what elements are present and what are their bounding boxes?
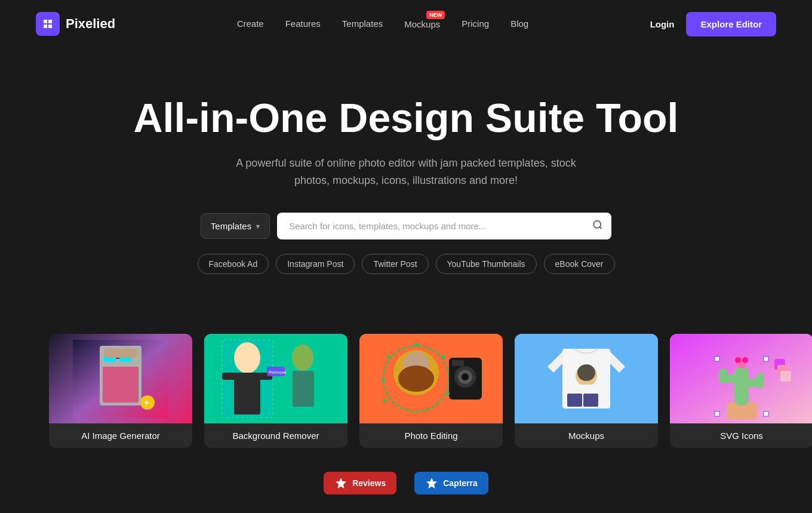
nav-mockups-wrap: Mockups NEW	[404, 19, 440, 29]
tag-facebook-ad[interactable]: Facebook Ad	[198, 254, 269, 274]
logo-icon	[36, 12, 60, 36]
search-category-label: Templates	[211, 221, 251, 231]
svg-rect-9	[103, 367, 139, 403]
card-svg-icons[interactable]: SVG Icons	[670, 334, 812, 448]
logo-text: Pixelied	[66, 16, 115, 32]
card-bg-label: Background Remover	[204, 423, 347, 448]
svg-point-54	[742, 357, 748, 363]
navbar: Pixelied Create Features Templates Mocku…	[0, 0, 812, 48]
svg-rect-57	[715, 411, 719, 416]
card-ai-visual: ✦	[73, 340, 168, 417]
card-photo-label: Photo Editing	[359, 423, 503, 448]
nav-mockups[interactable]: Mockups	[404, 19, 440, 29]
tags-row: Facebook Ad Instagram Post Twitter Post …	[12, 254, 800, 274]
card-photo-image	[359, 334, 503, 423]
tag-twitter-post[interactable]: Twitter Post	[362, 254, 428, 274]
svg-rect-43	[567, 394, 582, 407]
card-svg-label: SVG Icons	[670, 423, 812, 448]
svg-rect-47	[734, 367, 749, 406]
card-ai-image-generator[interactable]: ✦ AI Image Generator	[49, 334, 192, 448]
svg-point-35	[382, 379, 385, 382]
nav-templates[interactable]: Templates	[342, 19, 383, 29]
svg-rect-8	[104, 349, 137, 358]
footer-badges: Reviews Capterra	[0, 448, 812, 506]
search-icon	[592, 219, 603, 230]
svg-text:✦: ✦	[143, 398, 150, 407]
hero-subtitle: A powerful suite of online photo editor …	[221, 155, 591, 189]
tag-youtube-thumbnails[interactable]: YouTube Thumbnails	[436, 254, 537, 274]
svg-rect-56	[764, 357, 768, 361]
capterra-icon	[425, 477, 438, 490]
card-svg-visual	[670, 334, 812, 423]
feature-cards-row: ✦ AI Image Generator Remove	[0, 334, 812, 448]
svg-rect-51	[756, 373, 764, 388]
search-button[interactable]	[592, 219, 603, 233]
search-input[interactable]	[277, 213, 611, 239]
card-svg-image	[670, 334, 812, 423]
nav-pricing[interactable]: Pricing	[462, 19, 489, 29]
nav-right: Login Explore Editor	[650, 12, 776, 36]
new-badge: NEW	[426, 11, 445, 19]
svg-rect-58	[764, 411, 768, 416]
svg-point-30	[462, 373, 469, 380]
login-button[interactable]: Login	[650, 19, 675, 29]
svg-point-34	[386, 355, 390, 358]
hero-title: All-in-One Design Suite Tool	[12, 96, 800, 140]
svg-marker-63	[426, 478, 437, 489]
search-row: Templates ▾	[12, 213, 800, 239]
svg-rect-0	[48, 24, 52, 28]
svg-point-42	[577, 364, 595, 381]
hero-section: All-in-One Design Suite Tool A powerful …	[0, 48, 812, 334]
svg-rect-55	[715, 357, 719, 361]
svg-point-37	[383, 399, 386, 403]
svg-point-14	[234, 342, 260, 373]
svg-line-2	[600, 227, 602, 229]
card-ai-image: ✦	[49, 334, 192, 423]
explore-editor-button[interactable]: Explore Editor	[686, 12, 776, 36]
svg-rect-49	[719, 368, 727, 384]
search-input-wrap	[277, 213, 611, 239]
card-background-remover[interactable]: Remove Background Remover	[204, 334, 347, 448]
svg-rect-31	[452, 360, 464, 366]
card-mockup-label: Mockups	[515, 423, 658, 448]
card-mockup-visual	[515, 334, 658, 423]
card-photo-visual	[359, 334, 503, 423]
reviews-badge: Reviews	[324, 472, 396, 494]
card-mockup-image	[515, 334, 658, 423]
card-bg-image: Remove	[204, 334, 347, 423]
tag-ebook-cover[interactable]: eBook Cover	[544, 254, 615, 274]
svg-rect-61	[780, 371, 791, 382]
chevron-down-icon: ▾	[256, 222, 260, 231]
card-mockups[interactable]: Mockups	[515, 334, 658, 448]
svg-point-36	[446, 392, 450, 395]
reviews-icon	[334, 477, 347, 490]
nav-features[interactable]: Features	[285, 19, 321, 29]
svg-rect-15	[234, 373, 260, 414]
svg-point-33	[441, 355, 445, 358]
svg-point-32	[414, 343, 418, 346]
card-ai-label: AI Image Generator	[49, 423, 192, 448]
svg-point-18	[292, 345, 313, 371]
tag-instagram-post[interactable]: Instagram Post	[276, 254, 355, 274]
svg-point-1	[593, 221, 601, 228]
svg-marker-62	[336, 478, 346, 489]
nav-blog[interactable]: Blog	[510, 19, 528, 29]
svg-rect-19	[293, 371, 314, 407]
search-category-dropdown[interactable]: Templates ▾	[201, 213, 270, 239]
nav-create[interactable]: Create	[237, 19, 264, 29]
card-photo-editing[interactable]: Photo Editing	[359, 334, 503, 448]
logo[interactable]: Pixelied	[36, 12, 115, 36]
svg-text:Remove: Remove	[269, 370, 287, 375]
svg-rect-16	[222, 373, 235, 380]
svg-point-26	[398, 365, 434, 392]
card-bg-visual: Remove	[204, 334, 347, 423]
capterra-label: Capterra	[443, 478, 478, 488]
svg-point-53	[735, 357, 741, 363]
capterra-badge: Capterra	[414, 472, 488, 494]
svg-rect-44	[583, 394, 598, 407]
nav-links: Create Features Templates Mockups NEW Pr…	[237, 19, 529, 29]
reviews-label: Reviews	[352, 478, 386, 488]
